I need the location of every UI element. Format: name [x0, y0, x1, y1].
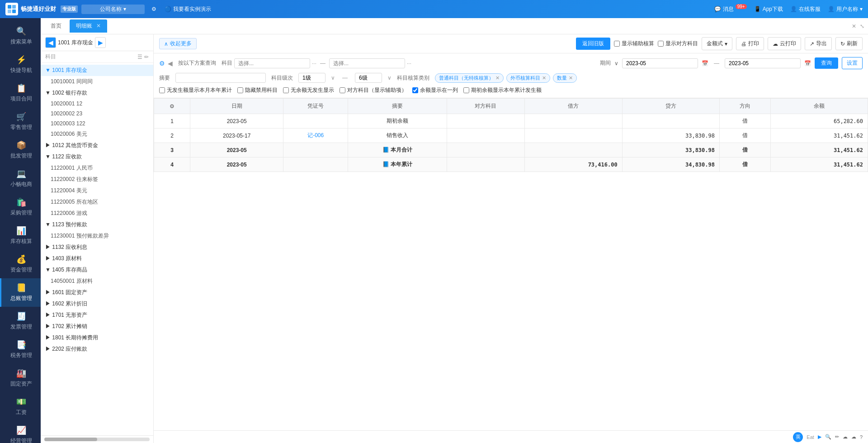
tree-item-14050001[interactable]: 14050001 原材料 — [41, 276, 153, 287]
tree-menu-icon[interactable]: ☰ — [137, 54, 142, 60]
window-expand-btn[interactable]: ⤡ — [860, 23, 864, 29]
zoom-icon[interactable]: 🔍 — [825, 434, 831, 440]
cloud2-icon[interactable]: ☁ — [851, 434, 856, 440]
level-from-input[interactable] — [298, 73, 326, 83]
voucher-link[interactable]: 记-006 — [307, 132, 324, 138]
show-aux-checkbox[interactable]: 显示辅助核算 — [614, 40, 654, 48]
tree-item-11220001[interactable]: 11220001 人民币 — [41, 162, 153, 174]
tree-item-11220005[interactable]: 11220005 所在地区 — [41, 196, 153, 208]
sidebar-item-salary[interactable]: 💵工资 — [0, 392, 41, 421]
summary-input[interactable] — [175, 73, 266, 83]
sidebar-label-tax: 税务管理 — [10, 352, 32, 359]
return-old-btn[interactable]: 返回旧版 — [576, 38, 610, 50]
user-menu[interactable]: 👤 用户名称 ▾ — [828, 5, 863, 13]
account-next-btn[interactable]: ▶ — [95, 37, 106, 48]
refresh-btn[interactable]: ↻ 刷新 — [835, 37, 863, 50]
scheme-config-icon[interactable]: ⚙ — [159, 60, 165, 67]
sidebar-item-ecommerce[interactable]: 💻小畅电商 — [0, 164, 41, 193]
sidebar-item-accounting[interactable]: 📒总账管理 — [0, 278, 41, 307]
col-settings[interactable]: ⚙ — [154, 99, 190, 114]
help-icon[interactable]: ? — [860, 434, 863, 440]
tree-item-1001[interactable]: ▼ 1001 库存现金 — [41, 65, 153, 76]
tree-item-1132[interactable]: ▶ 1132 应收利息 — [41, 242, 153, 253]
tree-item-11220002[interactable]: 11220002 往来标签 — [41, 174, 153, 185]
sidebar-item-management[interactable]: 📈经营管理 — [0, 421, 41, 443]
tag-quantity-close[interactable]: ✕ — [569, 75, 573, 81]
svg-rect-2 — [8, 10, 11, 13]
sidebar-item-tax[interactable]: 📑税务管理 — [0, 335, 41, 364]
app-download-btn[interactable]: 📱 App下载 — [754, 5, 783, 13]
tree-item-1702[interactable]: ▶ 1702 累计摊销 — [41, 321, 153, 332]
sidebar-label-invoice: 发票管理 — [10, 323, 32, 331]
amount-style-btn[interactable]: 金额式 ▾ — [702, 37, 732, 50]
period-balance-checkbox[interactable]: 期初余额显示本年累计发生额 — [463, 86, 542, 94]
sidebar-item-search[interactable]: 🔍搜索菜单 — [0, 22, 41, 50]
print-btn[interactable]: 🖨 打印 — [736, 37, 764, 50]
tree-item-1122[interactable]: ▼ 1122 应收款 — [41, 151, 153, 162]
tab-close-icon[interactable]: ✕ — [96, 23, 101, 29]
tag-normal-close[interactable]: ✕ — [495, 75, 500, 81]
sidebar-item-inventory[interactable]: 📊库存核算 — [0, 221, 41, 250]
tree-item-1801[interactable]: ▶ 1801 长期待摊费用 — [41, 332, 153, 343]
tree-item-1403[interactable]: ▶ 1403 原材料 — [41, 253, 153, 264]
tag-foreign-close[interactable]: ✕ — [542, 75, 546, 81]
tree-item-1601[interactable]: ▶ 1601 固定资产 — [41, 287, 153, 298]
tree-item-1701[interactable]: ▶ 1701 无形资产 — [41, 310, 153, 321]
period-end-input[interactable] — [725, 58, 801, 68]
sidebar-item-wholesale[interactable]: 📦批发管理 — [0, 136, 41, 164]
level-to-input[interactable] — [355, 73, 382, 83]
table-settings-icon[interactable]: ⚙ — [170, 103, 175, 110]
tab-ledger[interactable]: 明细账 ✕ — [70, 19, 107, 33]
query-btn[interactable]: 查询 — [815, 57, 838, 69]
tree-item-10020001[interactable]: 10020001 12 — [41, 99, 153, 109]
account-prev-btn[interactable]: ◀ — [45, 37, 56, 48]
period-start-input[interactable] — [622, 58, 698, 68]
cloud-print-btn[interactable]: ☁ 云打印 — [768, 37, 801, 50]
sidebar-item-shortcuts[interactable]: ⚡快捷导航 — [0, 50, 41, 79]
tree-item-1002[interactable]: ▼ 1002 银行存款 — [41, 87, 153, 99]
pen-icon[interactable]: ✏ — [835, 434, 839, 440]
account-start-input[interactable] — [234, 58, 310, 68]
company-selector[interactable]: 公司名称 ▾ — [81, 5, 145, 14]
settings-icon[interactable]: ⚙ — [148, 4, 159, 14]
hide-disabled-checkbox[interactable]: 隐藏禁用科目 — [237, 86, 278, 94]
setting-btn[interactable]: 设置 — [842, 57, 863, 69]
opposite-account-checkbox[interactable]: 对方科目（显示辅助项） — [340, 86, 407, 94]
lang-switch-btn[interactable]: 英 — [793, 432, 803, 442]
show-opposite-checkbox[interactable]: 显示对方科目 — [658, 40, 698, 48]
message-btn[interactable]: 💬 消息 99+ — [714, 5, 747, 13]
tree-item-11230001[interactable]: 11230001 预付账款差异 — [41, 230, 153, 242]
tree-item-10020002[interactable]: 10020002 23 — [41, 109, 153, 119]
tree-item-10010001[interactable]: 10010001 同同同 — [41, 76, 153, 87]
tree-item-10020003[interactable]: 10020003 122 — [41, 119, 153, 129]
collapse-btn[interactable]: ∧ 收起更多 — [159, 38, 197, 49]
sidebar-item-purchase[interactable]: 🛍️采购管理 — [0, 193, 41, 221]
sidebar-item-assets[interactable]: 🏭固定资产 — [0, 364, 41, 392]
window-close-btn[interactable]: ✕ — [852, 23, 856, 29]
tree-edit-icon[interactable]: ✏ — [144, 54, 149, 60]
demo-link[interactable]: 🔵 我要看实例演示 — [165, 5, 211, 13]
sidebar-item-capital[interactable]: 💰资金管理 — [0, 250, 41, 278]
no-occurrence-checkbox[interactable]: 无发生额显示本月本年累计 — [159, 86, 232, 94]
sidebar-item-invoice[interactable]: 🧾发票管理 — [0, 307, 41, 335]
tree-item-11220004[interactable]: 11220004 美元 — [41, 185, 153, 196]
scheme-collapse-icon[interactable]: ◀ — [168, 60, 173, 67]
cell-date: 2023-05 — [190, 143, 283, 157]
tree-item-2202[interactable]: ▶ 2202 应付账款 — [41, 343, 153, 355]
no-balance-checkbox[interactable]: 无余额无发生显示 — [283, 86, 334, 94]
tree-item-1602[interactable]: ▶ 1602 累计折旧 — [41, 298, 153, 310]
export-btn[interactable]: ↗ 导出 — [805, 37, 832, 50]
balance-one-row-checkbox[interactable]: 余额显示在一列 — [412, 86, 458, 94]
online-service-btn[interactable]: 👤 在线客服 — [790, 5, 821, 13]
tree-item-1012[interactable]: ▶ 1012 其他货币资金 — [41, 140, 153, 151]
tree-item-10020006[interactable]: 10020006 美元 — [41, 129, 153, 140]
sidebar-item-retail[interactable]: 🛒零售管理 — [0, 107, 41, 136]
tree-item-1405[interactable]: ▼ 1405 库存商品 — [41, 264, 153, 276]
tree-item-1123[interactable]: ▼ 1123 预付账款 — [41, 219, 153, 230]
cloud-icon[interactable]: ☁ — [843, 434, 848, 440]
tree-item-11220006[interactable]: 11220006 游戏 — [41, 208, 153, 219]
tab-home[interactable]: 首页 — [44, 19, 68, 33]
account-end-input[interactable] — [329, 58, 405, 68]
sidebar-item-project[interactable]: 📋项目合同 — [0, 79, 41, 107]
cell-balance: 31,451.62 — [770, 129, 868, 143]
